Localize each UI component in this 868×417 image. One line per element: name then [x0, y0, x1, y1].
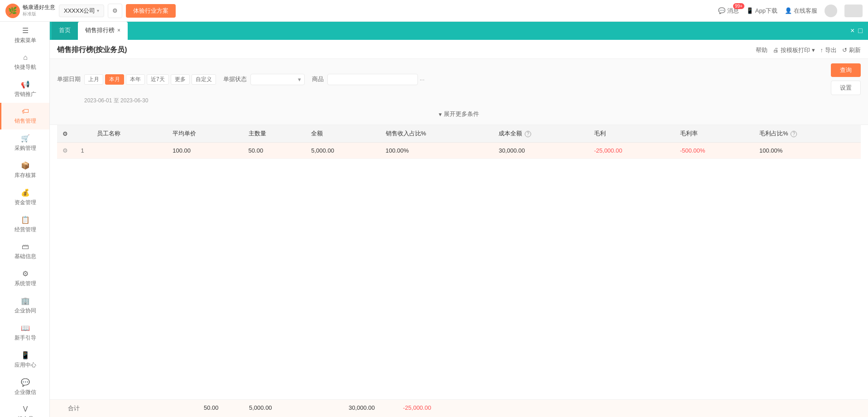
- date-range-display: 2023-06-01 至 2023-06-30: [57, 97, 861, 105]
- tab-sales-ranking[interactable]: 销售排行榜 ×: [78, 22, 128, 40]
- company-selector[interactable]: XXXXX公司 ▾: [59, 5, 104, 17]
- refresh-icon: ↺: [842, 47, 847, 53]
- sidebar-label-operations: 经营管理: [14, 226, 36, 234]
- window-close-icon[interactable]: ×: [850, 27, 854, 35]
- refresh-button[interactable]: ↺ 刷新: [842, 46, 861, 54]
- date-btn-lastmonth[interactable]: 上月: [84, 74, 103, 85]
- user-name-area[interactable]: [844, 5, 863, 17]
- sidebar-item-search[interactable]: ☰搜索菜单: [0, 22, 49, 49]
- date-btn-thisyear[interactable]: 本年: [126, 74, 145, 85]
- status-select[interactable]: [250, 74, 305, 85]
- sidebar-item-sales[interactable]: 🏷销售管理: [0, 103, 49, 129]
- row-profit: -25,000.00: [589, 143, 675, 159]
- app-icon: 📱: [746, 7, 753, 14]
- user-avatar[interactable]: [825, 5, 837, 17]
- expand-icon: ▾: [439, 111, 442, 118]
- status-filter: 单据状态: [223, 74, 305, 85]
- row-profit-rate: -500.00%: [675, 143, 754, 159]
- export-button[interactable]: ↑ 导出: [820, 46, 837, 54]
- expand-filters-button[interactable]: ▾ 展开更多条件: [439, 110, 479, 118]
- sidebar-label-marketing: 营销推广: [14, 91, 36, 98]
- export-label: 导出: [825, 46, 837, 54]
- sidebar-icon-system: ⚙: [22, 269, 29, 278]
- online-service-button[interactable]: 👤 在线客服: [785, 7, 817, 15]
- tab-close-icon[interactable]: ×: [117, 27, 120, 34]
- print-button[interactable]: 🖨 按模板打印 ▾: [773, 46, 815, 54]
- row-name: [91, 143, 167, 159]
- col-profit: 毛利: [589, 125, 675, 143]
- tab-home[interactable]: 首页: [52, 22, 78, 40]
- footer-amount: 5,000.00: [244, 404, 289, 412]
- sidebar-item-collab[interactable]: 🏢企业协同: [0, 292, 49, 319]
- footer-sales-pct: [289, 404, 343, 412]
- logo-icon: 🌿: [5, 4, 20, 18]
- date-btn-thismonth[interactable]: 本月: [105, 74, 124, 85]
- sidebar-item-wechat[interactable]: 💬企业微信: [0, 374, 49, 401]
- profit-pct-info-icon[interactable]: ?: [791, 131, 797, 137]
- content-area: 首页 销售排行榜 × × □ 销售排行榜(按业务员) 帮助 🖨 按模板打印: [50, 22, 868, 417]
- sidebar-item-apps[interactable]: 📱应用中心: [0, 346, 49, 374]
- print-icon: 🖨: [773, 47, 779, 53]
- message-button[interactable]: 💬 消息 99+: [718, 7, 739, 15]
- setting-button[interactable]: 设置: [831, 81, 861, 95]
- page-title: 销售排行榜(按业务员): [57, 45, 127, 55]
- date-btn-custom[interactable]: 自定义: [192, 74, 216, 85]
- service-label: 在线客服: [794, 7, 817, 15]
- table-header-row: ⚙ 员工名称 平均单价 主数量 全额 销售收入占比% 成本全额 ? 毛利 毛利率…: [57, 125, 861, 143]
- sidebar-icon-collab: 🏢: [21, 297, 30, 305]
- sidebar-item-quicknav[interactable]: ⌂快捷导航: [0, 49, 49, 76]
- help-button[interactable]: 帮助: [756, 46, 767, 54]
- date-btn-more[interactable]: 更多: [171, 74, 190, 85]
- status-select-wrapper: [250, 74, 305, 85]
- export-icon: ↑: [820, 47, 824, 53]
- header-right: 💬 消息 99+ 📱 App下载 👤 在线客服: [718, 5, 863, 17]
- data-table: ⚙ 员工名称 平均单价 主数量 全额 销售收入占比% 成本全额 ? 毛利 毛利率…: [57, 125, 861, 159]
- table-wrapper: ⚙ 员工名称 平均单价 主数量 全额 销售收入占比% 成本全额 ? 毛利 毛利率…: [50, 125, 868, 399]
- sidebar-item-purchase[interactable]: 🛒采购管理: [0, 129, 49, 157]
- filter-row-1: 单据日期 上月 本月 本年 近7天 更多 自定义 单据状态: [57, 63, 861, 95]
- trial-button[interactable]: 体验行业方案: [126, 4, 176, 18]
- sidebar-label-purchase: 采购管理: [14, 144, 36, 152]
- query-button[interactable]: 查询: [831, 63, 861, 77]
- expand-label: 展开更多条件: [444, 110, 479, 118]
- col-settings: ⚙: [57, 125, 73, 143]
- tab-sales-label: 销售排行榜: [85, 26, 115, 34]
- window-maximize-icon[interactable]: □: [858, 27, 863, 35]
- sidebar-item-operations[interactable]: 📋经营管理: [0, 211, 49, 238]
- sidebar-icon-sales: 🏷: [22, 107, 29, 115]
- col-avg-price: 平均单价: [167, 125, 243, 143]
- cost-info-icon[interactable]: ?: [525, 131, 531, 137]
- sidebar-icon-quicknav: ⌂: [23, 53, 28, 62]
- top-header: 🌿 畅康通好生意 标准版 XXXXX公司 ▾ ⚙ 体验行业方案 💬 消息 99+…: [0, 0, 868, 22]
- filter-area: 单据日期 上月 本月 本年 近7天 更多 自定义 单据状态: [50, 59, 868, 125]
- main-layout: ☰搜索菜单⌂快捷导航📢营销推广🏷销售管理🛒采购管理📦库存核算💰资金管理📋经营管理…: [0, 22, 868, 417]
- sidebar-label-inventory: 库存核算: [14, 172, 36, 179]
- sidebar-item-inventory[interactable]: 📦库存核算: [0, 157, 49, 184]
- sidebar-label-apps: 应用中心: [14, 361, 36, 369]
- logo-text: 畅康通好生意: [23, 4, 55, 11]
- col-cost: 成本全额 ?: [493, 125, 589, 143]
- sidebar-item-finance[interactable]: 💰资金管理: [0, 184, 49, 211]
- sidebar-item-system[interactable]: ⚙系统管理: [0, 265, 49, 292]
- date-btn-7days[interactable]: 近7天: [147, 74, 169, 85]
- sidebar-item-guide[interactable]: 📖新手引导: [0, 319, 49, 346]
- date-range-text: 2023-06-01 至 2023-06-30: [84, 97, 148, 104]
- page-header: 销售排行榜(按业务员) 帮助 🖨 按模板打印 ▾ ↑ 导出 ↺ 刷新: [50, 40, 868, 59]
- goods-more-icon[interactable]: ···: [420, 76, 425, 83]
- settings-icon-btn[interactable]: ⚙: [108, 4, 122, 18]
- sidebar: ☰搜索菜单⌂快捷导航📢营销推广🏷销售管理🛒采购管理📦库存核算💰资金管理📋经营管理…: [0, 22, 50, 417]
- sidebar-icon-apps: 📱: [21, 351, 30, 359]
- sidebar-item-vip[interactable]: V畅会员: [0, 401, 49, 417]
- row-settings[interactable]: ⚙: [57, 143, 73, 159]
- goods-input[interactable]: [327, 74, 418, 85]
- sidebar-item-marketing[interactable]: 📢营销推广: [0, 76, 49, 103]
- col-profit-pct: 毛利占比% ?: [754, 125, 861, 143]
- message-icon: 💬: [718, 7, 725, 14]
- sidebar-item-basic[interactable]: 🗃基础信息: [0, 238, 49, 265]
- service-icon: 👤: [785, 7, 792, 14]
- sidebar-label-finance: 资金管理: [14, 199, 36, 206]
- message-badge: 99+: [733, 3, 744, 9]
- app-download-button[interactable]: 📱 App下载: [746, 7, 777, 15]
- sidebar-icon-finance: 💰: [21, 188, 30, 197]
- table-footer: 合计 50.00 5,000.00 30,000.00 -25,000.00: [50, 399, 868, 417]
